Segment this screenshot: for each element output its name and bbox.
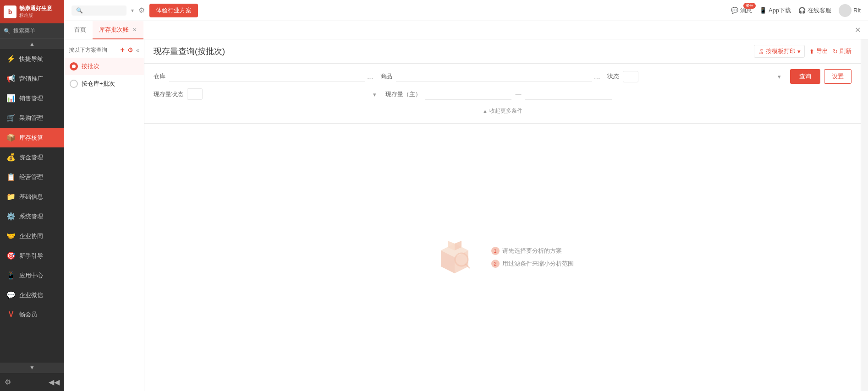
sidebar-item-sales[interactable]: 📊 销售管理 (0, 88, 64, 108)
sidebar-item-enterprise[interactable]: 🤝 企业协同 (0, 226, 64, 246)
sales-icon: 📊 (6, 94, 16, 103)
sidebar: b 畅康通好生意 标准版 🔍 搜索菜单 ▲ ⚡ 快捷导航 📢 营销推广 📊 销售… (0, 0, 64, 391)
query-header: 现存量查询(按批次) 🖨 按模板打印 ▾ ⬆ 导出 ↻ 刷新 (144, 39, 861, 64)
warehouse-more-btn[interactable]: ... (365, 72, 375, 81)
filter-inventory-quantity: 现存量（主） — (385, 89, 612, 100)
refresh-btn[interactable]: ↻ 刷新 (833, 47, 852, 55)
sidebar-item-system[interactable]: ⚙️ 系统管理 (0, 206, 64, 226)
status-select[interactable] (623, 71, 638, 82)
tab-close-icon[interactable]: ✕ (132, 27, 137, 33)
status-label: 状态 (607, 72, 619, 81)
message-badge: 99+ (743, 3, 756, 9)
tabs-bar: 首页 库存批次账 ✕ ✕ (64, 21, 868, 39)
scheme-settings-btn[interactable]: ⚙ (127, 46, 133, 54)
empty-state-icon (432, 234, 478, 280)
app-center-icon: 📱 (6, 271, 16, 280)
sidebar-scroll-down[interactable]: ▼ (0, 363, 64, 373)
tab-batch-account[interactable]: 库存批次账 ✕ (93, 21, 143, 39)
scheme-label-by-warehouse-batch: 按仓库+批次 (82, 80, 115, 88)
scheme-label-by-batch: 按批次 (82, 62, 99, 71)
scheme-item-by-warehouse-batch[interactable]: 按仓库+批次 (64, 75, 144, 92)
page-title: 现存量查询(按批次) (154, 46, 225, 57)
topbar-app-download[interactable]: 📱 App下载 (759, 6, 791, 15)
query-panel: 现存量查询(按批次) 🖨 按模板打印 ▾ ⬆ 导出 ↻ 刷新 (144, 39, 861, 391)
add-scheme-btn[interactable]: + (120, 46, 124, 54)
marketing-icon: 📢 (6, 74, 16, 83)
sidebar-item-newbie[interactable]: 🎯 新手引导 (0, 246, 64, 266)
topbar-search-icon: 🔍 (76, 7, 83, 14)
app-title: 畅康通好生意 标准版 (19, 5, 52, 19)
inventory-quantity-from[interactable] (425, 89, 511, 100)
sidebar-item-purchase[interactable]: 🛒 采购管理 (0, 108, 64, 128)
inventory-status-select[interactable] (187, 88, 203, 100)
finance-icon: 💰 (6, 153, 16, 162)
product-input[interactable] (396, 71, 592, 82)
scheme-dot-active (70, 62, 78, 71)
tabs-close-all[interactable]: ✕ (851, 26, 864, 34)
topbar-actions: 💬 消息 99+ 📱 App下载 🎧 在线客服 Rit (731, 4, 861, 17)
sidebar-footer: ⚙ ◀◀ (0, 373, 64, 391)
status-select-wrapper (623, 71, 785, 82)
scheme-dot-inner (72, 65, 76, 68)
print-dropdown-arrow[interactable]: ▾ (797, 48, 801, 55)
panel-collapse-btn[interactable]: « (136, 47, 139, 54)
user-avatar (839, 4, 852, 17)
product-label: 商品 (380, 72, 392, 81)
sidebar-item-inventory[interactable]: 📦 库存核算 (0, 128, 64, 147)
query-btn[interactable]: 查询 (790, 69, 820, 84)
basic-icon: 📁 (6, 192, 16, 201)
export-btn[interactable]: ⬆ 导出 (809, 47, 828, 55)
sidebar-settings-icon[interactable]: ⚙ (5, 378, 11, 386)
sidebar-search[interactable]: 🔍 搜索菜单 (0, 23, 64, 39)
product-more-btn[interactable]: ... (592, 72, 602, 81)
sidebar-item-operation[interactable]: 📋 经营管理 (0, 167, 64, 187)
warehouse-input[interactable] (169, 71, 365, 82)
app-download-icon: 📱 (759, 7, 767, 14)
sidebar-header: b 畅康通好生意 标准版 (0, 0, 64, 23)
sidebar-item-basic[interactable]: 📁 基础信息 (0, 187, 64, 206)
experience-btn[interactable]: 体验行业方案 (149, 4, 198, 17)
empty-tip-1: 1 请先选择要分析的方案 (491, 247, 574, 255)
settings-btn[interactable]: 设置 (824, 69, 852, 84)
panel-header-actions: + ⚙ « (120, 46, 139, 54)
sidebar-item-member[interactable]: V 畅会员 (0, 305, 64, 324)
topbar-dropdown-arrow[interactable]: ▾ (131, 7, 134, 14)
filter-product: 商品 ... (380, 71, 602, 82)
system-icon: ⚙️ (6, 212, 16, 221)
sidebar-item-finance[interactable]: 💰 资金管理 (0, 147, 64, 167)
tip-text-1: 请先选择要分析的方案 (502, 247, 562, 255)
query-header-actions: 🖨 按模板打印 ▾ ⬆ 导出 ↻ 刷新 (754, 45, 852, 58)
panel-header-label: 按以下方案查询 (69, 46, 107, 54)
empty-tips: 1 请先选择要分析的方案 2 用过滤条件来缩小分析范围 (491, 247, 574, 268)
collapse-more-btn[interactable]: ▲ 收起更多条件 (154, 104, 852, 118)
message-icon: 💬 (731, 7, 738, 14)
topbar-user[interactable]: Rit (839, 4, 861, 17)
sidebar-item-app-center[interactable]: 📱 应用中心 (0, 266, 64, 285)
inventory-quantity-to[interactable] (525, 89, 611, 100)
sidebar-item-enterprise-wechat[interactable]: 💬 企业微信 (0, 285, 64, 305)
panel-header: 按以下方案查询 + ⚙ « (64, 44, 144, 58)
warehouse-label: 仓库 (154, 72, 165, 81)
print-template-btn[interactable]: 🖨 按模板打印 ▾ (754, 45, 805, 58)
member-icon: V (6, 310, 16, 319)
topbar: 🔍 ▾ ⚙ 体验行业方案 💬 消息 99+ 📱 App下载 🎧 在线客服 Rit (64, 0, 868, 21)
inventory-status-label: 现存量状态 (154, 90, 183, 98)
sidebar-item-quick-nav[interactable]: ⚡ 快捷导航 (0, 49, 64, 69)
filter-actions: 查询 设置 (790, 69, 852, 84)
quick-nav-icon: ⚡ (6, 54, 16, 63)
topbar-settings-icon[interactable]: ⚙ (138, 6, 145, 15)
topbar-search-area[interactable]: 🔍 (71, 5, 126, 16)
scheme-dot-inactive (70, 80, 78, 88)
inventory-quantity-label: 现存量（主） (385, 90, 421, 98)
tab-home[interactable]: 首页 (68, 21, 93, 39)
empty-tip-2: 2 用过滤条件来缩小分析范围 (491, 260, 574, 268)
print-icon: 🖨 (758, 48, 764, 55)
scheme-item-by-batch[interactable]: 按批次 (64, 58, 144, 75)
left-panel: 按以下方案查询 + ⚙ « 按批次 按仓库+批次 (64, 39, 144, 391)
sidebar-collapse-icon[interactable]: ◀◀ (49, 378, 60, 386)
topbar-message[interactable]: 💬 消息 99+ (731, 6, 752, 15)
collapse-label: 收起更多条件 (489, 107, 522, 115)
topbar-online-service[interactable]: 🎧 在线客服 (798, 6, 831, 15)
sidebar-scroll-up[interactable]: ▲ (0, 39, 64, 49)
sidebar-item-marketing[interactable]: 📢 营销推广 (0, 69, 64, 88)
